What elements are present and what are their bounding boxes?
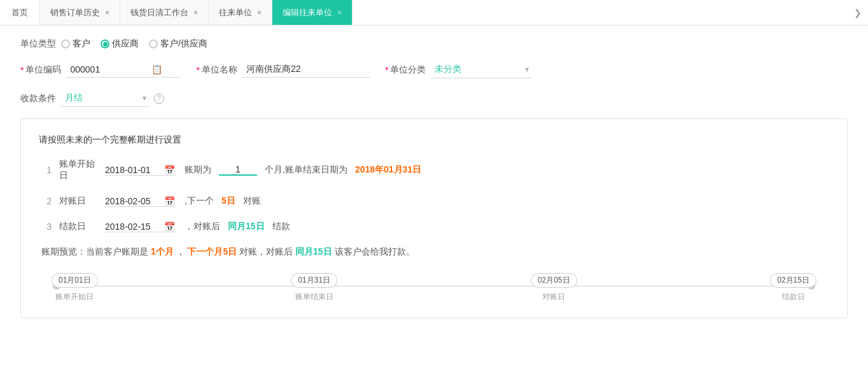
payment-terms-label: 收款条件 — [20, 93, 56, 104]
radio-customer-circle — [61, 39, 70, 48]
unit-category-select[interactable]: 未分类 ▾ — [431, 61, 533, 78]
billing-row-3: 3 结款日 📅 ，对账后 同月15日 结款 — [39, 221, 829, 232]
tab-sales-order[interactable]: 销售订单历史 × — [40, 0, 120, 25]
unit-code-label: 单位编码 — [25, 64, 61, 76]
tabs-bar: 首页 销售订单历史 × 钱货日清工作台 × 往来单位 × 编辑往来单位 × ❯ — [0, 0, 868, 25]
unit-type-label: 单位类型 — [20, 38, 56, 50]
billing-section: 请按照未来的一个完整帐期进行设置 1 账单开始日 📅 账期为 个月,账单结束日期… — [20, 118, 848, 318]
tab-cash-daily-label: 钱货日清工作台 — [130, 7, 188, 18]
tab-edit-partner-label: 编辑往来单位 — [283, 7, 332, 18]
timeline-badge-0: 01月01日 — [52, 273, 98, 288]
row-3-date-wrap: 📅 — [105, 222, 177, 232]
billing-row-2: 2 对账日 📅 ,下一个 5日 对账 — [39, 195, 829, 207]
row-2-cal-icon[interactable]: 📅 — [162, 196, 177, 206]
row-2-desc-suffix: 对账 — [243, 195, 261, 207]
timeline-label-1: 账单结束日 — [295, 292, 333, 302]
row-2-name: 对账日 — [59, 195, 97, 207]
unit-category-value: 未分类 — [435, 64, 522, 75]
radio-supplier-label: 供应商 — [112, 38, 139, 50]
preview-mid: 对账，对账后 — [239, 246, 293, 257]
row-1-period-input[interactable] — [219, 164, 257, 176]
timeline-badge-3: 02月15日 — [770, 273, 816, 288]
timeline-container: 01月01日 账单开始日 01月31日 账单结束日 02月05日 对账日 02月… — [39, 273, 829, 302]
unit-code-input[interactable] — [66, 62, 149, 77]
timeline-label-3: 结款日 — [782, 292, 805, 302]
row-1-date-input[interactable] — [105, 165, 162, 175]
preview-part3: 同月15日 — [295, 246, 332, 257]
timeline-item-0: 01月01日 账单开始日 — [52, 273, 98, 302]
tab-expand-button[interactable]: ❯ — [848, 0, 868, 25]
preview-sep1: ， — [176, 246, 185, 257]
tab-cash-daily[interactable]: 钱货日清工作台 × — [120, 0, 209, 25]
timeline-items: 01月01日 账单开始日 01月31日 账单结束日 02月05日 对账日 02月… — [52, 273, 816, 302]
timeline-item-2: 02月05日 对账日 — [531, 273, 577, 302]
unit-name-label: 单位名称 — [202, 64, 237, 76]
expand-icon: ❯ — [854, 8, 862, 18]
billing-row-1: 1 账单开始日 📅 账期为 个月,账单结束日期为 2018年01月31日 — [39, 158, 829, 181]
tab-edit-partner-close[interactable]: × — [337, 8, 342, 17]
row-3-desc-suffix: 结款 — [272, 221, 290, 232]
tab-partner-close[interactable]: × — [257, 8, 262, 17]
timeline-item-3: 02月15日 结款日 — [770, 273, 816, 302]
payment-terms-arrow-icon: ▾ — [143, 94, 146, 102]
row-1-desc-suffix: 个月,账单结束日期为 — [265, 164, 347, 176]
timeline-item-1: 01月31日 账单结束日 — [291, 273, 337, 302]
tab-cash-daily-close[interactable]: × — [193, 8, 198, 17]
payment-terms-row: 收款条件 月结 ▾ ? — [20, 90, 848, 107]
unit-type-row: 单位类型 客户 供应商 客户/供应商 — [20, 38, 848, 50]
unit-name-input[interactable] — [242, 62, 370, 78]
radio-supplier[interactable]: 供应商 — [101, 38, 139, 50]
radio-customer[interactable]: 客户 — [61, 38, 90, 50]
timeline-badge-1: 01月31日 — [291, 273, 337, 288]
row-3-highlight: 同月15日 — [228, 221, 265, 232]
row-2-desc-prefix: ,下一个 — [185, 195, 214, 207]
row-1-desc-prefix: 账期为 — [185, 164, 211, 176]
row-3-cal-icon[interactable]: 📅 — [162, 222, 177, 232]
radio-both[interactable]: 客户/供应商 — [149, 38, 207, 50]
radio-both-circle — [149, 39, 158, 48]
unit-name-required: * — [196, 65, 199, 75]
section-title: 请按照未来的一个完整帐期进行设置 — [39, 134, 829, 146]
timeline-badge-2: 02月05日 — [531, 273, 577, 288]
radio-customer-label: 客户 — [73, 38, 90, 50]
row-1-date-wrap: 📅 — [105, 165, 177, 176]
radio-both-label: 客户/供应商 — [160, 38, 207, 50]
unit-type-radio-group: 客户 供应商 客户/供应商 — [61, 38, 207, 50]
payment-terms-help-icon[interactable]: ? — [154, 94, 164, 104]
row-3-num: 3 — [39, 222, 52, 232]
row-1-cal-icon[interactable]: 📅 — [162, 165, 177, 175]
unit-code-section: * 单位编码 📋 — [20, 62, 181, 78]
row-1-name: 账单开始日 — [59, 158, 97, 181]
payment-terms-value: 月结 — [65, 92, 140, 104]
row-3-name: 结款日 — [59, 221, 97, 232]
tab-home[interactable]: 首页 — [0, 0, 40, 25]
unit-fields-row: * 单位编码 📋 * 单位名称 * 单位分类 未分类 ▾ — [20, 61, 848, 78]
row-2-date-input[interactable] — [105, 196, 162, 206]
unit-code-field-wrap: 📋 — [66, 62, 181, 78]
radio-supplier-circle — [101, 39, 109, 48]
preview-part1: 1个月 — [151, 246, 174, 257]
unit-code-required: * — [20, 65, 24, 75]
tab-sales-order-label: 销售订单历史 — [50, 7, 100, 18]
row-3-date-input[interactable] — [105, 222, 162, 232]
tab-sales-order-close[interactable]: × — [105, 8, 109, 17]
tab-partner[interactable]: 往来单位 × — [209, 0, 272, 25]
row-2-date-wrap: 📅 — [105, 196, 177, 207]
timeline-label-0: 账单开始日 — [55, 292, 94, 302]
payment-terms-select[interactable]: 月结 ▾ — [61, 90, 150, 107]
preview-part2: 下一个月5日 — [187, 246, 237, 257]
tab-partner-label: 往来单位 — [219, 7, 252, 18]
unit-category-label: 单位分类 — [390, 64, 426, 76]
tab-edit-partner[interactable]: 编辑往来单位 × — [272, 0, 353, 25]
unit-code-copy-icon[interactable]: 📋 — [149, 64, 165, 74]
preview-end: 该客户会给我打款。 — [335, 246, 415, 257]
unit-category-section: * 单位分类 未分类 ▾ — [385, 61, 533, 78]
unit-name-section: * 单位名称 — [196, 62, 369, 78]
preview-label: 账期预览：当前客户账期是 — [41, 246, 148, 257]
row-1-num: 1 — [39, 165, 52, 175]
page-content: 单位类型 客户 供应商 客户/供应商 * 单位编码 📋 — [0, 25, 868, 387]
timeline-label-2: 对账日 — [542, 292, 565, 302]
row-2-num: 2 — [39, 196, 52, 206]
preview-bar: 账期预览：当前客户账期是 1个月 ， 下一个月5日 对账，对账后 同月15日 该… — [39, 246, 829, 258]
row-2-highlight: 5日 — [221, 195, 235, 207]
